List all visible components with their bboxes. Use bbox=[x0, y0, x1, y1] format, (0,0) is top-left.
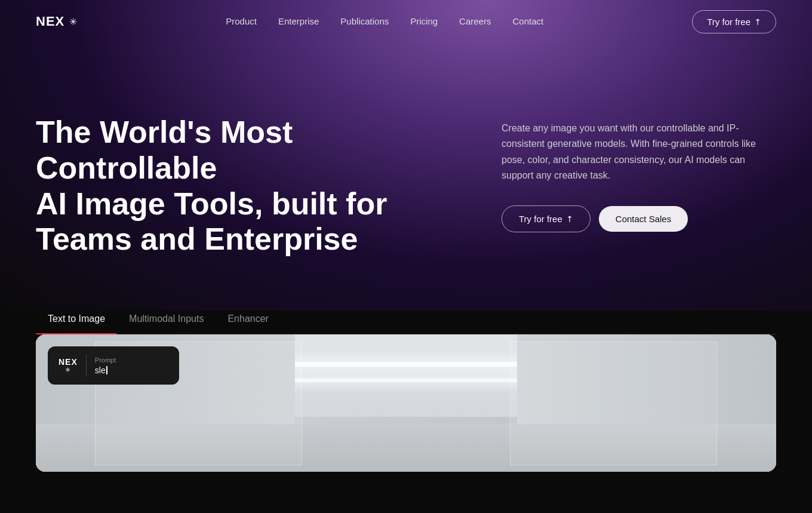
logo-icon: ✳ bbox=[69, 16, 77, 27]
hero-right: Create any image you want with our contr… bbox=[502, 115, 776, 232]
nav-link-contact[interactable]: Contact bbox=[512, 16, 543, 26]
logo-text: NEX bbox=[36, 14, 64, 29]
nav-cta-label: Try for free bbox=[707, 17, 751, 27]
hero-contact-sales-button[interactable]: Contact Sales bbox=[599, 206, 688, 232]
navbar: NEX ✳ Product Enterprise Publications Pr… bbox=[0, 0, 812, 43]
hero-title-line2: AI Image Tools, built for bbox=[36, 186, 387, 221]
nav-link-product[interactable]: Product bbox=[226, 16, 257, 26]
hero-buttons: Try for free ↗ Contact Sales bbox=[502, 205, 776, 232]
hero-try-free-button[interactable]: Try for free ↗ bbox=[502, 205, 590, 232]
nav-cta-button[interactable]: Try for free ↗ bbox=[692, 10, 776, 33]
nav-link-pricing[interactable]: Pricing bbox=[410, 16, 438, 26]
widget-prompt-value: sle bbox=[95, 365, 168, 375]
widget-logo-text: NEX bbox=[59, 358, 78, 366]
nav-link-publications[interactable]: Publications bbox=[340, 16, 389, 26]
widget-logo: NEX ✳ bbox=[59, 358, 78, 374]
hero-try-free-icon: ↗ bbox=[564, 213, 576, 225]
hero-title-line1: The World's Most Controllable bbox=[36, 115, 293, 185]
nav-item-contact[interactable]: Contact bbox=[512, 16, 543, 27]
hero-section: The World's Most Controllable AI Image T… bbox=[0, 43, 812, 293]
tab-enhancer[interactable]: Enhancer bbox=[216, 305, 281, 334]
tabs-list: Text to Image Multimodal Inputs Enhancer bbox=[36, 305, 776, 334]
nav-item-publications[interactable]: Publications bbox=[340, 16, 389, 27]
nav-cta-icon: ↗ bbox=[752, 16, 764, 27]
nav-links: Product Enterprise Publications Pricing … bbox=[226, 16, 543, 27]
widget-prompt-label: Prompt bbox=[95, 357, 168, 364]
tabs-section: Text to Image Multimodal Inputs Enhancer bbox=[0, 305, 812, 334]
hero-try-free-label: Try for free bbox=[519, 214, 562, 224]
widget-prompt: Prompt sle bbox=[95, 357, 168, 375]
widget-divider bbox=[86, 355, 87, 376]
tab-multimodal-inputs[interactable]: Multimodal Inputs bbox=[117, 305, 216, 334]
nav-item-careers[interactable]: Careers bbox=[459, 16, 491, 27]
logo[interactable]: NEX ✳ bbox=[36, 14, 77, 29]
widget-cursor bbox=[106, 366, 107, 374]
hero-title-line3: Teams and Enterprise bbox=[36, 222, 358, 256]
hero-left: The World's Most Controllable AI Image T… bbox=[36, 115, 442, 257]
image-preview-container: NEX ✳ Prompt sle bbox=[36, 334, 776, 472]
widget-logo-asterisk: ✳ bbox=[65, 366, 70, 374]
room-panel-right bbox=[510, 342, 717, 465]
nav-item-pricing[interactable]: Pricing bbox=[410, 16, 438, 27]
widget-prompt-text: sle bbox=[95, 365, 106, 375]
hero-description: Create any image you want with our contr… bbox=[502, 121, 776, 184]
nav-link-enterprise[interactable]: Enterprise bbox=[278, 16, 319, 26]
tab-text-to-image[interactable]: Text to Image bbox=[36, 305, 117, 334]
nav-item-product[interactable]: Product bbox=[226, 16, 257, 27]
nav-link-careers[interactable]: Careers bbox=[459, 16, 491, 26]
prompt-widget: NEX ✳ Prompt sle bbox=[48, 346, 179, 385]
hero-title: The World's Most Controllable AI Image T… bbox=[36, 115, 442, 257]
nav-item-enterprise[interactable]: Enterprise bbox=[278, 16, 319, 27]
